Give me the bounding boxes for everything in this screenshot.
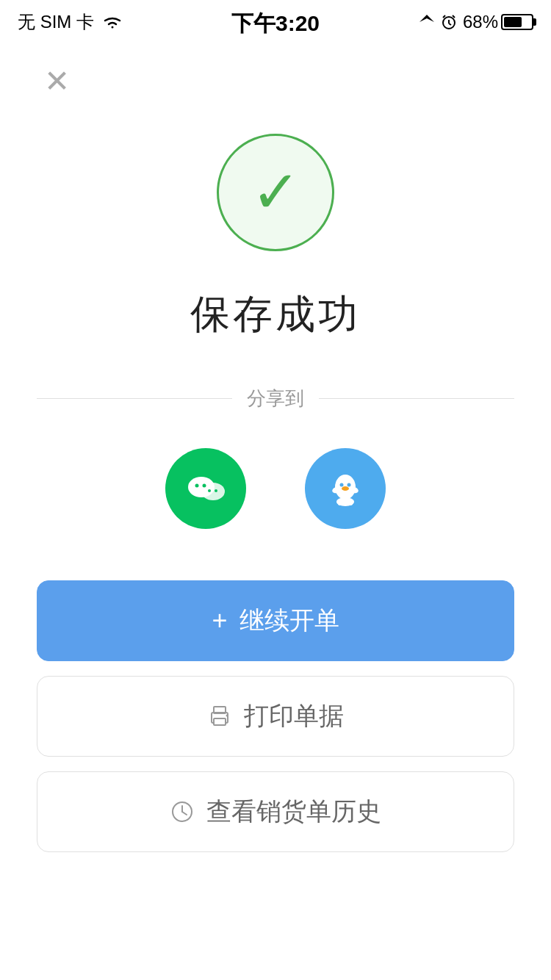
divider-left [37, 398, 232, 399]
success-title: 保存成功 [190, 288, 361, 342]
svg-line-27 [182, 812, 187, 815]
wechat-share-button[interactable] [165, 448, 246, 529]
battery-icon [501, 14, 533, 30]
location-icon [419, 14, 435, 30]
main-content: ✕ ✓ 保存成功 分享到 [0, 44, 551, 882]
svg-point-14 [347, 483, 350, 486]
continue-label: 继续开单 [240, 604, 339, 638]
print-button[interactable]: 打印单据 [37, 676, 514, 757]
status-time: 下午3:20 [231, 9, 320, 39]
close-icon: ✕ [44, 64, 70, 98]
svg-line-2 [449, 24, 451, 25]
svg-point-19 [338, 502, 344, 505]
qq-icon [322, 465, 370, 513]
share-row [165, 448, 386, 529]
history-label: 查看销货单历史 [206, 795, 381, 829]
status-bar: 无 SIM 卡 下午3:20 68% [0, 0, 551, 44]
divider-label: 分享到 [247, 386, 304, 411]
svg-point-10 [215, 489, 217, 492]
svg-point-24 [226, 715, 228, 717]
battery: 68% [463, 12, 533, 32]
svg-point-20 [347, 502, 353, 505]
svg-point-15 [342, 486, 349, 491]
wechat-icon [182, 465, 230, 513]
battery-percent: 68% [463, 12, 498, 32]
no-sim-text: 无 SIM 卡 [18, 10, 94, 34]
alarm-icon [441, 14, 457, 30]
svg-point-9 [208, 489, 211, 492]
printer-icon [207, 704, 232, 729]
history-button[interactable]: 查看销货单历史 [37, 771, 514, 852]
continue-button[interactable]: + 继续开单 [37, 580, 514, 661]
plus-icon: + [212, 605, 227, 636]
svg-line-4 [453, 15, 455, 18]
success-circle: ✓ [217, 134, 334, 251]
svg-point-7 [195, 483, 198, 487]
svg-line-3 [443, 15, 445, 18]
checkmark-icon: ✓ [251, 163, 300, 222]
status-left: 无 SIM 卡 [18, 10, 123, 34]
divider-right [319, 398, 514, 399]
wifi-icon [101, 14, 123, 30]
svg-point-13 [339, 483, 343, 486]
qq-share-button[interactable] [305, 448, 386, 529]
clock-icon [170, 799, 195, 824]
print-label: 打印单据 [244, 699, 344, 733]
status-right: 68% [419, 12, 533, 32]
svg-rect-23 [214, 718, 226, 725]
share-divider: 分享到 [37, 386, 514, 411]
svg-point-8 [202, 483, 206, 487]
close-button[interactable]: ✕ [37, 59, 77, 104]
